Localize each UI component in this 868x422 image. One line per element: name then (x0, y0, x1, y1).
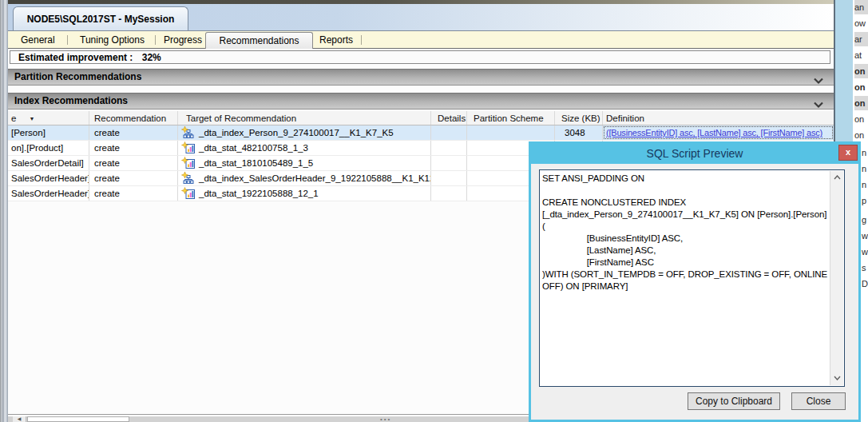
dialog-title: SQL Script Preview (647, 147, 743, 160)
details-cell (431, 125, 467, 140)
sql-script-textbox[interactable]: SET ANSI_PADDING ON CREATE NONCLUSTERED … (539, 169, 845, 387)
details-cell (431, 156, 467, 170)
session-tab-strip: NODE5\SQL2017ST - MySession (8, 4, 834, 30)
session-tab[interactable]: NODE5\SQL2017ST - MySession (13, 6, 188, 31)
clipped-text: p (862, 193, 868, 208)
clipped-text: on (854, 128, 868, 142)
partition-recommendations-header[interactable]: Partition Recommendations (8, 69, 834, 86)
tab-bar: General Tuning Options Progress Recommen… (8, 30, 834, 49)
clipped-text: on (854, 64, 868, 78)
estimated-improvement-value: 32% (142, 52, 161, 63)
close-button[interactable]: Close (791, 392, 846, 410)
column-header-target[interactable]: Target of Recommendation (178, 111, 431, 125)
window-left-frame (0, 0, 8, 422)
clipped-text: D (862, 277, 868, 291)
definition-cell: ([BusinessEntityID] asc, [LastName] asc,… (603, 125, 834, 140)
clipped-text: ar (854, 32, 868, 46)
column-header-size[interactable]: Size (KB) (555, 111, 603, 125)
index-recommendations-header[interactable]: Index Recommendations (8, 93, 834, 109)
clipped-text: n (862, 161, 868, 176)
clipped-text: g (862, 213, 868, 227)
details-cell (431, 141, 467, 155)
horizontal-scrollbar-thumb[interactable] (27, 416, 129, 422)
column-header-definition[interactable]: Definition (603, 111, 834, 125)
target-object: SalesOrderDetail] (8, 156, 89, 170)
clipped-text: w (862, 245, 868, 259)
recommendation-action: create (89, 156, 178, 170)
clipped-text: n (862, 145, 868, 160)
sql-script-text: SET ANSI_PADDING ON CREATE NONCLUSTERED … (542, 173, 828, 293)
statistics-recommendation-icon (181, 187, 196, 200)
column-header-details[interactable]: Details (431, 111, 467, 125)
close-icon[interactable]: x (838, 145, 858, 161)
details-cell (431, 171, 467, 185)
vertical-scrollbar[interactable] (830, 171, 843, 385)
index-recommendations-label: Index Recommendations (14, 95, 128, 106)
table-row[interactable]: [Person] create _dta_index_Person_9_2741… (8, 125, 834, 141)
index-recommendation-icon (181, 172, 196, 185)
column-header-database[interactable]: e▼ (8, 111, 89, 125)
target-object: [Person] (8, 125, 89, 140)
definition-link[interactable]: ([BusinessEntityID] asc, [LastName] asc,… (606, 128, 822, 137)
tab-divider (67, 35, 68, 45)
tab-divider (155, 35, 156, 45)
filter-dropdown-icon[interactable]: ▼ (29, 116, 34, 121)
clipped-text: n (862, 177, 868, 192)
sql-script-preview-dialog: SQL Script Preview x SET ANSI_PADDING ON… (529, 141, 861, 422)
tab-progress[interactable]: Progress (164, 34, 202, 46)
recommendation-target: _dta_stat_482100758_1_3 (178, 141, 431, 155)
partition-recommendations-label: Partition Recommendations (14, 71, 141, 82)
index-recommendation-icon (181, 126, 196, 139)
recommendation-action: create (89, 125, 178, 140)
partition-scheme-cell (467, 125, 555, 140)
statistics-recommendation-icon (181, 141, 196, 154)
target-object: SalesOrderHeader] (8, 171, 89, 185)
scroll-left-arrow-icon[interactable]: ◀ (13, 416, 26, 422)
column-header-partition-scheme[interactable]: Partition Scheme▼ (467, 111, 555, 125)
recommendation-action: create (89, 171, 178, 185)
recommendation-action: create (89, 141, 178, 155)
recommendation-target: _dta_stat_1922105888_12_1 (178, 186, 431, 201)
recommendation-target: _dta_index_SalesOrderHeader_9_1922105888… (178, 171, 431, 185)
recommendation-target: _dta_index_Person_9_274100017__K1_K7_K5 (178, 125, 431, 140)
scroll-down-arrow-icon[interactable] (830, 372, 843, 384)
clipped-text: on (854, 112, 868, 126)
statistics-recommendation-icon (181, 157, 196, 169)
clipped-text: on (854, 96, 868, 110)
dialog-body: SET ANSI_PADDING ON CREATE NONCLUSTERED … (531, 164, 858, 420)
clipped-text: an (854, 0, 868, 14)
clipped-text: w (862, 229, 868, 243)
target-object: on].[Product] (8, 141, 89, 155)
scroll-up-arrow-icon[interactable] (830, 172, 843, 184)
scrollbar-grip: ••• (380, 418, 394, 420)
recommendation-action: create (89, 186, 178, 201)
table-header-row: e▼ Recommendation▼ Target of Recommendat… (8, 111, 834, 125)
dta-window: NODE5\SQL2017ST - MySession General Tuni… (0, 0, 868, 422)
column-header-recommendation[interactable]: Recommendation▼ (89, 111, 178, 125)
tab-general[interactable]: General (21, 34, 55, 46)
chevron-down-icon[interactable] (813, 74, 824, 90)
tab-divider (361, 35, 362, 45)
size-cell: 3048 (555, 125, 603, 140)
target-object: SalesOrderHeader] (8, 186, 89, 201)
copy-to-clipboard-button[interactable]: Copy to Clipboard (688, 392, 780, 410)
dialog-title-bar[interactable]: SQL Script Preview x (531, 144, 858, 164)
estimated-improvement: Estimated improvement : 32% (10, 50, 830, 64)
recommendation-target: _dta_stat_1810105489_1_5 (178, 156, 431, 170)
clipped-text: s (862, 261, 868, 275)
estimated-improvement-label: Estimated improvement : (18, 52, 133, 63)
tab-reports[interactable]: Reports (319, 34, 353, 46)
tab-tuning-options[interactable]: Tuning Options (80, 34, 145, 46)
details-cell (431, 186, 467, 201)
clipped-text: ow (854, 16, 868, 30)
tab-recommendations[interactable]: Recommendations (205, 32, 313, 50)
clipped-text: at (854, 48, 868, 62)
clipped-text: on (854, 80, 868, 94)
